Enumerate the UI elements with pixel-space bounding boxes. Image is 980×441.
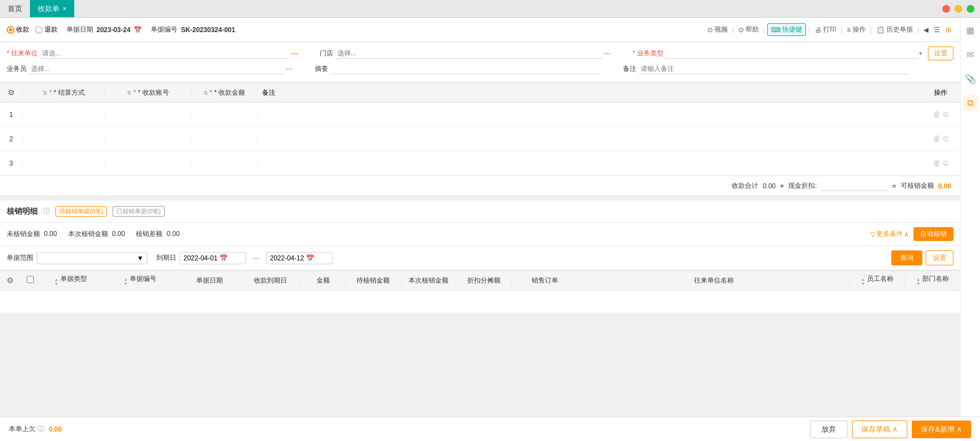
footer-right: 放弃 保存草稿 ∧ 保存&新增 ∧ bbox=[810, 421, 971, 438]
sidebar-table-icon[interactable]: ▦ bbox=[963, 22, 978, 38]
tab-receipt[interactable]: 收款单 × bbox=[30, 0, 74, 17]
filter-right: 查询 设置 bbox=[891, 250, 953, 265]
due-date-from[interactable]: 2022-04-01 📅 bbox=[180, 252, 246, 264]
notes-input[interactable] bbox=[639, 64, 909, 74]
store-input[interactable] bbox=[335, 48, 602, 59]
table-header: ⚙ ⇅ * * 结算方式 ⇅ * * 收款账号 ⇅ * * 收款金额 备注 操作 bbox=[0, 83, 960, 102]
row-2-remark[interactable] bbox=[258, 135, 921, 143]
store-more-btn[interactable]: ··· bbox=[604, 49, 611, 58]
row-2-copy-icon[interactable]: ⧉ bbox=[943, 134, 948, 143]
biz-type-input[interactable]: 预收款 bbox=[666, 48, 918, 59]
company-field: * 往来单位 ··· bbox=[7, 48, 298, 59]
row-1-remark[interactable] bbox=[258, 111, 921, 119]
win-max-btn[interactable] bbox=[967, 5, 974, 13]
radio-receipt[interactable]: 收款 bbox=[7, 25, 29, 34]
video-btn[interactable]: ⊙ 视频 bbox=[705, 24, 730, 35]
grid-btn[interactable]: ⊞ bbox=[943, 25, 953, 35]
row-1-amount[interactable] bbox=[191, 111, 258, 119]
query-btn[interactable]: 查询 bbox=[891, 250, 922, 265]
sidebar-mail-icon[interactable]: ✉ bbox=[963, 47, 978, 62]
draft-chevron-icon[interactable]: ∧ bbox=[892, 425, 898, 433]
header-gear[interactable]: ⚙ bbox=[0, 88, 22, 97]
this-time-stat: 本次核销金额 0.00 bbox=[68, 229, 125, 239]
calendar-to-icon[interactable]: 📅 bbox=[306, 254, 314, 262]
detail-type-header: ▲▼ 单据类型 bbox=[40, 274, 101, 286]
win-close-btn[interactable] bbox=[942, 5, 950, 13]
row-3-remark[interactable] bbox=[258, 160, 921, 167]
main-content: 收款 退款 单据日期 2023-03-24 📅 单据编号 SK-20230324… bbox=[0, 18, 960, 417]
tab-bar: 首页 收款单 × bbox=[0, 0, 980, 18]
row-3-account[interactable] bbox=[105, 160, 191, 167]
row-3-amount[interactable] bbox=[191, 160, 258, 167]
save-new-btn[interactable]: 保存&新增 ∧ bbox=[912, 421, 971, 438]
footer-info-icon[interactable]: ⓘ bbox=[38, 424, 44, 434]
due-date-to[interactable]: 2022-04-12 📅 bbox=[266, 252, 333, 264]
receipt-type-group: 收款 退款 bbox=[7, 25, 58, 34]
company-more-btn[interactable]: ··· bbox=[291, 49, 298, 58]
row-1-copy-icon[interactable]: ⧉ bbox=[943, 110, 948, 119]
tab-close-icon[interactable]: × bbox=[63, 5, 67, 13]
select-all-checkbox[interactable] bbox=[27, 276, 34, 283]
row-3-settle[interactable] bbox=[22, 160, 105, 167]
sidebar-screenshot-icon[interactable]: ⧉ bbox=[963, 95, 978, 111]
biz-type-chevron[interactable]: ▼ bbox=[918, 50, 923, 57]
form-area: * 往来单位 ··· 门店 ··· * 业务类型 预收款 ▼ 设置 bbox=[0, 42, 960, 83]
right-sidebar: ▦ ✉ 📎 ⧉ bbox=[960, 18, 980, 441]
stats-right: ▽ 更多条件 ∧ 自动核销 bbox=[870, 227, 953, 241]
save-chevron-icon[interactable]: ∧ bbox=[957, 425, 962, 433]
nav-prev-btn[interactable]: ◀ bbox=[921, 25, 931, 35]
detail-amount-header: 金额 bbox=[300, 276, 345, 285]
calendar-from-icon[interactable]: 📅 bbox=[220, 254, 228, 262]
header-account: ⇅ * * 收款账号 bbox=[105, 88, 191, 98]
detail-gear-header[interactable]: ⚙ bbox=[0, 276, 20, 285]
range-field: 单据范围 ▼ bbox=[7, 252, 147, 264]
print-btn[interactable]: 🖨 打印 bbox=[813, 24, 839, 35]
row-2-account[interactable] bbox=[105, 135, 191, 143]
form-settings-btn[interactable]: 设置 bbox=[928, 47, 953, 60]
detail-gear-icon[interactable]: ⚙ bbox=[7, 276, 14, 285]
tab-home[interactable]: 首页 bbox=[0, 0, 30, 17]
radio-refund[interactable]: 退款 bbox=[35, 25, 58, 34]
row-3-delete-icon[interactable]: 🗑 bbox=[933, 158, 941, 168]
row-1-settle[interactable] bbox=[22, 111, 105, 119]
pending-btn[interactable]: 待核销单据(0笔) bbox=[55, 206, 107, 217]
duedate-field: 到期日 2022-04-01 📅 — 2022-04-12 📅 bbox=[156, 252, 333, 264]
auto-verify-btn[interactable]: 自动核销 bbox=[913, 227, 953, 241]
discount-input[interactable] bbox=[821, 181, 888, 191]
win-min-btn[interactable] bbox=[955, 5, 962, 13]
row-2-amount[interactable] bbox=[191, 135, 258, 143]
calendar-icon[interactable]: 📅 bbox=[134, 26, 142, 34]
header-toolbar: 收款 退款 单据日期 2023-03-24 📅 单据编号 SK-20230324… bbox=[0, 18, 960, 42]
toolbar-right: ⊙ 视频 | ⊙ 帮助 | ⌨ 快捷键 | 🖨 打印 | ≡ 操作 | 📋 历史… bbox=[705, 23, 953, 36]
detail-pending-header: 待核销金额 bbox=[345, 276, 400, 285]
company-input[interactable] bbox=[40, 48, 289, 59]
detail-settings-btn[interactable]: 设置 bbox=[926, 250, 953, 265]
staff-input[interactable] bbox=[29, 64, 284, 74]
row-2-settle[interactable] bbox=[22, 135, 105, 143]
staff-more-btn[interactable]: ··· bbox=[286, 65, 293, 74]
row-1-delete-icon[interactable]: 🗑 bbox=[933, 110, 941, 119]
info-icon[interactable]: ⓘ bbox=[43, 207, 50, 216]
notes-field: 备注 bbox=[623, 64, 909, 74]
history-btn[interactable]: 📋 历史单据 bbox=[874, 24, 915, 35]
help-btn[interactable]: ⊙ 帮助 bbox=[736, 24, 761, 35]
layout-btn[interactable]: ☰ bbox=[932, 25, 942, 35]
shortcut-btn[interactable]: ⌨ 快捷键 bbox=[767, 23, 806, 36]
filter-row: 单据范围 ▼ 到期日 2022-04-01 📅 — 2022-04-12 📅 bbox=[0, 246, 960, 270]
range-select[interactable]: ▼ bbox=[37, 252, 147, 264]
row-1-account[interactable] bbox=[105, 111, 191, 119]
header-action: 操作 bbox=[921, 88, 960, 98]
operations-btn[interactable]: ≡ 操作 bbox=[845, 24, 868, 35]
row-3-copy-icon[interactable]: ⧉ bbox=[943, 158, 948, 168]
summary-input[interactable] bbox=[330, 64, 601, 74]
detail-discount-header: 折扣分摊额 bbox=[456, 276, 511, 285]
detail-check-header[interactable] bbox=[20, 276, 40, 285]
detail-table-body bbox=[0, 290, 960, 312]
sidebar-attachment-icon[interactable]: 📎 bbox=[963, 71, 978, 86]
store-field: 门店 ··· bbox=[320, 48, 611, 59]
done-btn[interactable]: 已核销单据(0笔) bbox=[113, 206, 164, 217]
row-2-delete-icon[interactable]: 🗑 bbox=[933, 134, 941, 143]
draft-btn[interactable]: 保存草稿 ∧ bbox=[852, 421, 907, 438]
discard-btn[interactable]: 放弃 bbox=[810, 421, 848, 438]
more-conditions-btn[interactable]: ▽ 更多条件 ∧ bbox=[870, 229, 909, 239]
